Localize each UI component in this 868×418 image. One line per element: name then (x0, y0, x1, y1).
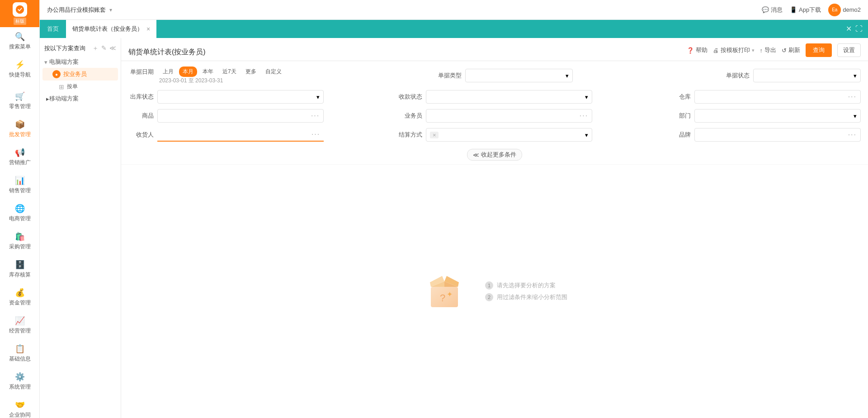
warehouse-control[interactable]: ··· (694, 90, 861, 104)
sidebar-item-wholesale[interactable]: 📦 批发管理 (0, 115, 40, 143)
sidebar-item-retail[interactable]: 🛒 零售管理 (0, 87, 40, 115)
app-download-btn[interactable]: 📱 App下载 (790, 6, 821, 14)
tab-active[interactable]: 销货单统计表（按业务员） × (66, 20, 156, 38)
scheme-group-desktop: ▾ 电脑端方案 ● 按业务员 ⊞ 按单 (40, 56, 121, 93)
tabbar-actions: ✕ ⛶ (846, 25, 868, 33)
salesperson-more-icon[interactable]: ··· (580, 112, 588, 120)
sub-item-icon: ⊞ (59, 83, 64, 90)
sidebar-item-quick-nav[interactable]: ⚡ 快捷导航 (0, 55, 40, 83)
receiver-more-icon[interactable]: ··· (311, 130, 320, 138)
goods-more-icon[interactable]: ··· (311, 112, 320, 120)
date-btn-last-month[interactable]: 上月 (159, 66, 177, 77)
print-btn[interactable]: 🖨 按模板打印 ▾ (713, 46, 755, 54)
date-btn-this-month[interactable]: 本月 (179, 66, 197, 77)
sidebar-item-sales[interactable]: 📊 销售管理 (0, 171, 40, 199)
scheme-item-by-salesperson[interactable]: ● 按业务员 (42, 68, 118, 81)
doc-status-control[interactable]: ▾ (753, 69, 861, 82)
salesperson-control[interactable]: ··· (426, 109, 592, 123)
edit-scheme-btn[interactable]: ✎ (101, 44, 107, 52)
date-label: 单据日期 (128, 68, 154, 76)
quick-nav-icon: ⚡ (15, 60, 25, 70)
brand-control[interactable]: ··· (694, 128, 861, 142)
scheme-group-desktop-title[interactable]: ▾ 电脑端方案 (42, 56, 118, 68)
empty-tip-2: 2 用过滤条件来缩小分析范围 (485, 293, 567, 301)
collapse-conditions-btn[interactable]: ≪ 收起更多条件 (467, 149, 522, 161)
main-area: 办公用品行业模拟账套 ▾ 💬 消息 📱 App下载 Ea demo2 首页 (40, 0, 868, 418)
tab-close-btn[interactable]: × (146, 26, 150, 32)
marketing-icon: 📢 (15, 147, 25, 157)
scheme-sub-item-by-order[interactable]: ⊞ 按单 (42, 81, 118, 93)
system-icon: ⚙️ (15, 372, 25, 382)
inventory-icon: 🗄️ (15, 260, 25, 270)
date-range-display: 2023-03-01 至 2023-03-31 (159, 77, 223, 84)
export-icon: ↑ (760, 47, 763, 54)
help-icon: ❓ (687, 47, 694, 54)
filter-row-3: 商品 ··· 业务员 ··· (128, 109, 861, 123)
message-btn[interactable]: 💬 消息 (762, 6, 783, 14)
sidebar-item-system[interactable]: ⚙️ 系统管理 (0, 367, 40, 395)
sidebar-item-finance[interactable]: 💰 资金管理 (0, 283, 40, 311)
settlement-clear-btn[interactable]: × (433, 132, 436, 138)
svg-text:✦: ✦ (447, 290, 453, 298)
user-profile[interactable]: Ea demo2 (828, 4, 861, 16)
sidebar-item-ecommerce[interactable]: 🌐 电商管理 (0, 199, 40, 227)
collection-status-label: 收款状态 (397, 93, 422, 101)
collection-status-control[interactable]: ▾ (426, 90, 592, 104)
doc-type-label: 单据类型 (436, 71, 462, 80)
settings-btn[interactable]: 设置 (837, 43, 861, 57)
filter-settlement: 结算方式 × ▾ (397, 128, 592, 142)
refresh-icon: ↺ (782, 47, 787, 54)
sidebar-item-operation[interactable]: 📈 经营管理 (0, 311, 40, 339)
help-btn[interactable]: ❓ 帮助 (687, 46, 708, 54)
sidebar-item-search[interactable]: 🔍 搜索菜单 (0, 27, 40, 55)
sidebar-item-basic[interactable]: 📋 基础信息 (0, 339, 40, 367)
date-btn-this-year[interactable]: 本年 (199, 66, 217, 77)
filter-goods: 商品 ··· (128, 109, 324, 123)
print-icon: 🖨 (713, 47, 719, 54)
query-btn[interactable]: 查询 (806, 43, 832, 57)
date-btn-custom[interactable]: 自定义 (262, 66, 285, 77)
settlement-label: 结算方式 (397, 131, 422, 139)
page-actions: ❓ 帮助 🖨 按模板打印 ▾ ↑ 导出 ↺ 刷新 (687, 43, 861, 61)
export-btn[interactable]: ↑ 导出 (760, 46, 777, 54)
doc-type-control[interactable]: ▾ (465, 69, 573, 82)
scheme-group-mobile-title[interactable]: ▸ 移动端方案 (42, 93, 118, 104)
empty-illustration: ✦ ? (422, 269, 467, 314)
add-scheme-btn[interactable]: ＋ (92, 44, 99, 52)
chevron-up-icon: ≪ (473, 152, 479, 158)
maximize-btn[interactable]: ⛶ (855, 25, 863, 33)
out-status-label: 出库状态 (128, 93, 154, 101)
topbar-dropdown-arrow[interactable]: ▾ (109, 7, 112, 13)
sidebar-item-purchase[interactable]: 🛍️ 采购管理 (0, 227, 40, 255)
department-label: 部门 (665, 112, 691, 120)
sidebar-item-inventory[interactable]: 🗄️ 库存核算 (0, 255, 40, 283)
refresh-btn[interactable]: ↺ 刷新 (782, 46, 800, 54)
goods-control[interactable]: ··· (157, 109, 324, 123)
filter-doc-type: 单据类型 ▾ (436, 69, 573, 82)
out-status-control[interactable]: ▾ (157, 90, 324, 104)
collapse-panel-btn[interactable]: ≪ (109, 44, 116, 52)
purchase-icon: 🛍️ (15, 232, 25, 242)
filter-doc-status: 单据状态 ▾ (724, 69, 861, 82)
settlement-dropdown-icon: ▾ (585, 132, 588, 138)
brand-more-icon[interactable]: ··· (848, 131, 857, 139)
settlement-control[interactable]: × ▾ (426, 128, 592, 142)
filter-out-status: 出库状态 ▾ (128, 90, 324, 104)
filter-collection-status: 收款状态 ▾ (397, 90, 592, 104)
date-btn-7days[interactable]: 近7天 (219, 66, 240, 77)
close-window-btn[interactable]: ✕ (846, 25, 852, 33)
sidebar-item-marketing[interactable]: 📢 营销推广 (0, 143, 40, 171)
receiver-control[interactable]: ··· (157, 128, 324, 142)
warehouse-more-icon[interactable]: ··· (848, 93, 857, 101)
settlement-tag: × (430, 132, 439, 138)
goods-label: 商品 (128, 112, 154, 120)
salesperson-scheme-icon: ● (52, 70, 61, 78)
tab-home[interactable]: 首页 (40, 20, 66, 38)
app-logo: 标版 (0, 0, 40, 27)
department-control[interactable]: ▾ (694, 109, 861, 123)
sidebar-item-enterprise[interactable]: 🤝 企业协同 (0, 395, 40, 418)
date-btn-more[interactable]: 更多 (242, 66, 260, 77)
empty-state-inner: ✦ ? 1 请先选择要分析的方案 2 用过滤条件来缩小分析范围 (422, 269, 567, 314)
search-icon: 🔍 (15, 32, 25, 42)
filter-receiver: 收货人 ··· (128, 128, 324, 142)
